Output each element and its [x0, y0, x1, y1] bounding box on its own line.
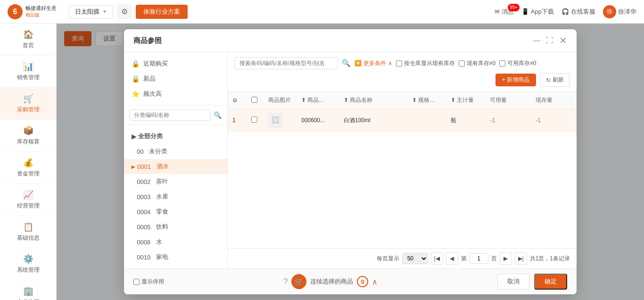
col-spec[interactable]: ⬆ 规格...: [407, 92, 446, 109]
minimize-icon[interactable]: —: [533, 36, 540, 45]
sidebar-item-sales[interactable]: 📊 销售管理: [0, 56, 56, 88]
row-spec: [407, 109, 446, 132]
top-nav: 6 畅捷通好生意 精品版 日太阳膜 ▼ ⚙ 体验行业方案 ✉ 消息 99+ 📱 …: [0, 0, 644, 24]
refresh-icon: ↻: [546, 77, 551, 83]
sidebar-item-operation[interactable]: 📈 经营管理: [0, 184, 56, 216]
sidebar-item-home[interactable]: 🏠 首页: [0, 24, 56, 56]
category-item-all[interactable]: ▶ 全部分类: [124, 129, 227, 144]
prev-page-button[interactable]: ◀: [446, 252, 458, 265]
sidebar: 🏠 首页 📊 销售管理 🛒 采购管理 📦 库存核算 💰 资金管理 📈 经营管理 …: [0, 24, 57, 300]
frequent-icon: ⭐: [132, 90, 140, 98]
logo-area: 6 畅捷通好生意 精品版: [8, 4, 64, 19]
col-checkbox[interactable]: [247, 92, 264, 109]
product-thumbnail: 🖼: [268, 113, 283, 128]
filter-icon: 🔽: [355, 60, 362, 67]
store-selector[interactable]: 日太阳膜 ▼: [69, 5, 113, 18]
add-product-button[interactable]: + 新增商品: [495, 74, 536, 86]
collab-icon: 🏢: [23, 286, 33, 296]
cart-icon[interactable]: 🛒: [291, 274, 306, 289]
col-stock: 现存量: [531, 92, 577, 109]
footer-right: 取消 确定: [497, 274, 567, 290]
last-page-button[interactable]: ▶|: [515, 252, 527, 265]
sidebar-item-system[interactable]: ⚙️ 系统管理: [0, 248, 56, 280]
refresh-button[interactable]: ↻ 刷新: [540, 73, 570, 87]
system-icon: ⚙️: [23, 254, 33, 264]
close-icon[interactable]: ✕: [559, 36, 567, 45]
new-icon: 🔒: [132, 75, 140, 83]
inventory-icon: 📦: [23, 125, 33, 136]
confirm-button[interactable]: 确定: [534, 274, 567, 290]
checkbox-usable-not-zero[interactable]: 可用库存≠0: [499, 59, 536, 67]
total-info: 共1页，1条记录: [530, 255, 570, 263]
col-code[interactable]: ⬆ 商品...: [297, 92, 339, 109]
user-avatar[interactable]: 徐 徐泽华: [603, 5, 636, 18]
row-checkbox[interactable]: [247, 109, 264, 132]
col-name[interactable]: ⬆ 商品名称: [339, 92, 407, 109]
modal-header: 商品参照 — ⛶ ✕: [124, 29, 577, 52]
category-item-drink[interactable]: 0005 饮料: [124, 219, 227, 234]
available-not-zero-checkbox[interactable]: [459, 60, 465, 67]
expand-icon[interactable]: ⛶: [546, 36, 553, 45]
category-item-uncategorized[interactable]: 00 未分类: [124, 144, 227, 159]
row-no: 1: [228, 109, 247, 132]
experience-button[interactable]: 体验行业方案: [136, 5, 188, 19]
product-table-wrap: ⚙ 商品图片 ⬆ 商品... ⬆ 商品名称: [228, 92, 577, 248]
sidebar-item-collab[interactable]: 🏢 企业协同: [0, 280, 56, 300]
category-item-water[interactable]: 0008 水: [124, 234, 227, 250]
online-service-button[interactable]: 🎧 在线客服: [561, 8, 595, 16]
next-page-button[interactable]: ▶: [500, 252, 512, 265]
sidebar-item-basic[interactable]: 📋 基础信息: [0, 216, 56, 248]
sidebar-item-inventory[interactable]: 📦 库存核算: [0, 120, 56, 152]
cancel-button[interactable]: 取消: [497, 274, 529, 290]
col-unit[interactable]: ⬆ 主计量: [446, 92, 486, 109]
collapse-footer-icon[interactable]: ∧: [372, 277, 378, 286]
first-page-button[interactable]: |◀: [431, 252, 443, 265]
collapse-panel-button[interactable]: ◀: [227, 160, 228, 179]
phone-icon: 📱: [521, 8, 529, 15]
quick-link-new[interactable]: 🔒 新品: [124, 71, 227, 86]
page-number-input[interactable]: [470, 253, 488, 264]
quick-link-frequent[interactable]: ⭐ 频次高: [124, 86, 227, 101]
modal-footer: 显示停用 ? 🛒 连续选择的商品 0 ∧ 取消 确定: [124, 268, 577, 294]
category-item-appliance[interactable]: 0010 家电: [124, 250, 227, 265]
product-reference-modal: 商品参照 — ⛶ ✕ 🔒 近期购买: [124, 29, 577, 294]
modal-body: 🔒 近期购买 🔒 新品 ⭐ 频次高: [124, 52, 577, 268]
col-image: 商品图片: [264, 92, 297, 109]
category-item-liquor[interactable]: ▶ 0001 酒水: [124, 159, 227, 174]
quick-link-recent[interactable]: 🔒 近期购买: [124, 56, 227, 71]
usable-not-zero-checkbox[interactable]: [499, 60, 505, 67]
category-search-icon[interactable]: 🔍: [214, 111, 222, 119]
help-icon[interactable]: ?: [284, 277, 288, 286]
sidebar-item-finance[interactable]: 💰 资金管理: [0, 152, 56, 184]
footer-left: 显示停用: [133, 278, 164, 286]
category-search-input[interactable]: [130, 109, 211, 121]
row-image: 🖼: [264, 109, 297, 132]
category-item-snack[interactable]: 0004 零食: [124, 204, 227, 219]
product-search-input[interactable]: [234, 57, 338, 69]
checkbox-available-not-zero[interactable]: 现有库存≠0: [459, 59, 495, 67]
table-row[interactable]: 1 🖼 000600... 白酒100ml: [228, 109, 577, 132]
sidebar-item-purchase[interactable]: 🛒 采购管理: [0, 88, 56, 120]
checkbox-by-warehouse[interactable]: 按仓库显示现有库存: [396, 59, 455, 67]
show-disabled-checkbox[interactable]: 显示停用: [133, 278, 164, 286]
page-size-select[interactable]: 50 100 200: [402, 253, 428, 264]
category-item-fruit[interactable]: 0003 水果: [124, 189, 227, 204]
row-name: 白酒100ml: [339, 109, 407, 132]
row-available: -1: [485, 109, 531, 132]
app-download-button[interactable]: 📱 App下载: [521, 8, 554, 16]
category-item-tea[interactable]: 0002 茶叶: [124, 174, 227, 189]
messages-button[interactable]: ✉ 消息 99+: [495, 8, 514, 16]
product-table: ⚙ 商品图片 ⬆ 商品... ⬆ 商品名称: [228, 92, 577, 132]
col-settings[interactable]: ⚙: [228, 92, 247, 109]
by-warehouse-checkbox[interactable]: [396, 60, 402, 67]
select-all-checkbox[interactable]: [251, 97, 257, 103]
quick-links: 🔒 近期购买 🔒 新品 ⭐ 频次高: [124, 52, 227, 106]
left-panel: 🔒 近期购买 🔒 新品 ⭐ 频次高: [124, 52, 228, 268]
row-unit: 瓶: [446, 109, 486, 132]
avatar: 徐: [603, 5, 616, 18]
nav-right: ✉ 消息 99+ 📱 App下载 🎧 在线客服 徐 徐泽华: [495, 5, 636, 18]
modal-title: 商品参照: [133, 36, 162, 45]
settings-icon[interactable]: ⚙: [117, 4, 132, 19]
product-search-icon[interactable]: 🔍: [342, 59, 351, 67]
more-filters-button[interactable]: 🔽 更多条件 ∧: [355, 59, 392, 67]
